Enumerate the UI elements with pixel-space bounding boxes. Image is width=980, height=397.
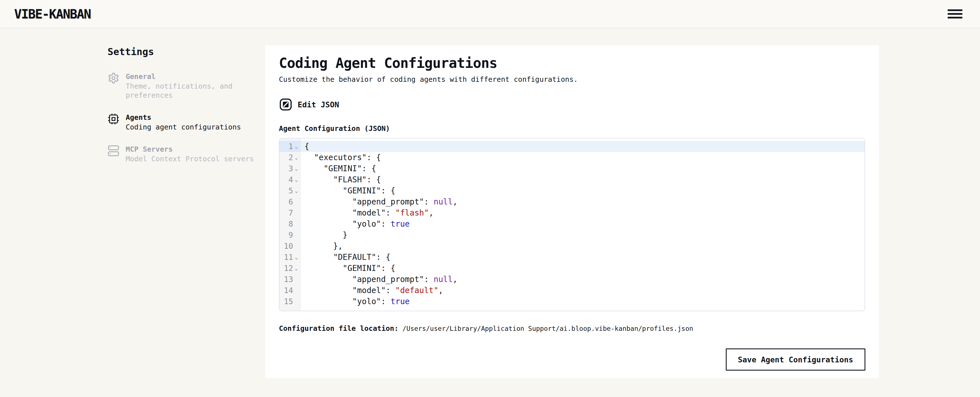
fold-chevron-icon[interactable]: ⌄	[294, 166, 299, 171]
line-number: 4	[288, 174, 293, 185]
gutter-line-number: 3⌄	[280, 163, 300, 174]
code-token: ,	[429, 208, 434, 217]
hamburger-bar	[948, 17, 963, 18]
page-body: Settings GeneralTheme, notifications, an…	[0, 29, 980, 378]
hamburger-bar	[948, 13, 963, 15]
line-number: 10	[284, 241, 293, 252]
code-token: },	[304, 241, 343, 251]
code-line[interactable]: "yolo": true	[301, 296, 864, 307]
gutter-line-number: 4⌄	[280, 174, 300, 185]
code-line[interactable]: }	[301, 230, 864, 241]
line-number: 5	[288, 185, 293, 196]
gutter-line-number: 13⌄	[280, 274, 300, 285]
page-title: Coding Agent Configurations	[279, 56, 865, 71]
code-token: "yolo":	[304, 219, 390, 229]
code-token-null: null	[434, 274, 453, 284]
gutter-line-number: 5⌄	[280, 185, 300, 196]
fold-chevron-icon[interactable]: ⌄	[294, 266, 299, 271]
hamburger-bar	[948, 10, 963, 11]
code-token: ,	[453, 197, 458, 206]
code-token: "append_prompt":	[304, 197, 434, 206]
line-number: 1	[288, 141, 293, 152]
gutter-line-number: 14⌄	[280, 285, 300, 296]
sidebar-item-mcp-servers[interactable]: MCP ServersModel Context Protocol server…	[108, 145, 265, 164]
save-row: Save Agent Configurations	[279, 348, 865, 371]
code-token: }	[304, 230, 348, 240]
fold-chevron-icon[interactable]: ⌄	[294, 177, 299, 182]
edit-json-toggle-icon	[279, 98, 293, 111]
server-icon	[108, 145, 119, 157]
line-number: 7	[288, 207, 293, 218]
sidebar-item-label: Agents	[126, 113, 241, 122]
edit-json-label: Edit JSON	[298, 100, 339, 109]
editor-label: Agent Configuration (JSON)	[279, 124, 865, 133]
gear-icon	[108, 72, 119, 84]
code-token: "yolo":	[304, 297, 390, 306]
code-line[interactable]: "model": "flash",	[301, 207, 864, 218]
line-number: 11	[284, 252, 293, 263]
code-line[interactable]: {	[301, 141, 864, 152]
sidebar-item-agents[interactable]: AgentsCoding agent configurations	[108, 113, 265, 132]
gutter-line-number: 11⌄	[280, 252, 300, 263]
fold-chevron-icon[interactable]: ⌄	[294, 254, 299, 260]
code-line[interactable]: },	[301, 241, 864, 252]
settings-nav: GeneralTheme, notifications, and prefere…	[108, 72, 265, 164]
app-logo: VIBE-KANBAN	[14, 7, 91, 21]
code-line[interactable]: "append_prompt": null,	[301, 274, 864, 285]
agent-config-panel: Coding Agent Configurations Customize th…	[265, 45, 879, 378]
gutter-line-number: 9⌄	[280, 230, 300, 241]
code-token: "append_prompt":	[304, 274, 434, 284]
line-number: 3	[288, 163, 293, 174]
gutter-line-number: 15⌄	[280, 296, 300, 307]
config-file-location-label: Configuration file location:	[279, 324, 398, 333]
fold-chevron-icon[interactable]: ⌄	[294, 188, 299, 193]
code-token-null: null	[434, 197, 453, 206]
code-line[interactable]: "GEMINI": {	[301, 185, 864, 196]
line-number: 15	[284, 296, 293, 307]
code-line[interactable]: "model": "default",	[301, 285, 864, 296]
code-token: "GEMINI": {	[304, 186, 395, 195]
sidebar-item-label: General	[126, 72, 265, 81]
code-token: "executors": {	[304, 153, 381, 162]
gutter-line-number: 10⌄	[280, 241, 300, 252]
sidebar-item-general[interactable]: GeneralTheme, notifications, and prefere…	[108, 72, 265, 100]
code-token: ,	[438, 286, 443, 295]
code-token: "GEMINI": {	[304, 263, 395, 273]
config-file-location: Configuration file location: /Users/user…	[279, 324, 865, 333]
settings-sidebar: Settings GeneralTheme, notifications, an…	[108, 29, 265, 164]
sidebar-title: Settings	[108, 46, 265, 57]
code-token-str: "default"	[395, 286, 438, 295]
code-line[interactable]: "FLASH": {	[301, 174, 864, 185]
edit-json-toggle[interactable]: Edit JSON	[279, 98, 339, 111]
code-line[interactable]: "DEFAULT": {	[301, 252, 864, 263]
line-number: 2	[288, 152, 293, 163]
code-line[interactable]: "executors": {	[301, 152, 864, 163]
app-header: VIBE-KANBAN	[0, 0, 980, 29]
gutter-line-number: 2⌄	[280, 152, 300, 163]
code-line[interactable]: "GEMINI": {	[301, 163, 864, 174]
gutter-line-number: 12⌄	[280, 263, 300, 274]
code-token-bool: true	[390, 219, 409, 229]
code-line[interactable]: "GEMINI": {	[301, 263, 864, 274]
editor-gutter: 1⌄2⌄3⌄4⌄5⌄6⌄7⌄8⌄9⌄10⌄11⌄12⌄13⌄14⌄15⌄	[280, 139, 301, 311]
sidebar-item-description: Model Context Protocol servers	[126, 155, 254, 164]
line-number: 6	[288, 196, 293, 207]
fold-chevron-icon[interactable]: ⌄	[294, 155, 299, 160]
gutter-line-number: 1⌄	[280, 141, 300, 152]
gutter-line-number: 8⌄	[280, 218, 300, 230]
gutter-line-number: 6⌄	[280, 196, 300, 207]
json-code-editor[interactable]: 1⌄2⌄3⌄4⌄5⌄6⌄7⌄8⌄9⌄10⌄11⌄12⌄13⌄14⌄15⌄ { "…	[279, 138, 865, 311]
code-token: ,	[453, 274, 458, 284]
fold-chevron-icon[interactable]: ⌄	[294, 144, 299, 149]
line-number: 9	[288, 230, 293, 241]
code-line[interactable]: "yolo": true	[301, 218, 864, 230]
cpu-icon	[108, 113, 119, 125]
line-number: 8	[288, 218, 293, 230]
sidebar-item-description: Theme, notifications, and preferences	[126, 82, 265, 100]
code-token-bool: true	[390, 297, 409, 306]
code-line[interactable]: "append_prompt": null,	[301, 196, 864, 207]
save-agent-configurations-button[interactable]: Save Agent Configurations	[726, 348, 865, 371]
editor-code-area[interactable]: { "executors": { "GEMINI": { "FLASH": { …	[301, 139, 864, 311]
hamburger-menu-icon[interactable]	[948, 8, 963, 19]
code-token: "model":	[304, 286, 395, 295]
